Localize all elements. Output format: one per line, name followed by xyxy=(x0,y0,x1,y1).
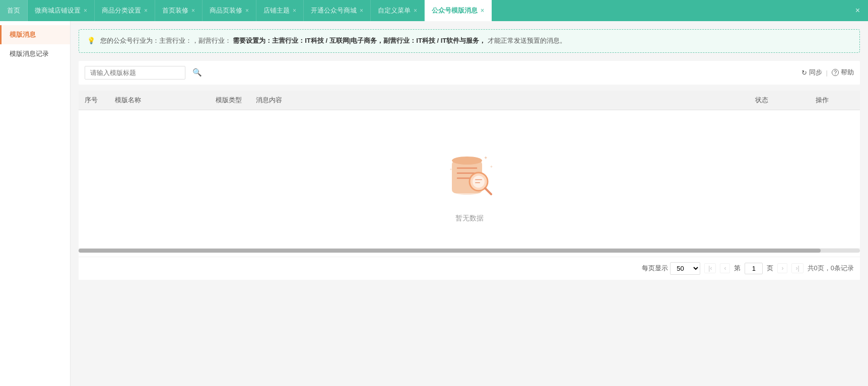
sync-button[interactable]: ↻ 同步 xyxy=(802,68,822,77)
next-page-button[interactable]: › xyxy=(777,263,787,273)
nav-tab-product-deco[interactable]: 商品页装修 × xyxy=(203,0,256,21)
svg-point-7 xyxy=(473,176,485,188)
col-header-status: 状态 xyxy=(749,91,810,110)
nav-tab-template-msg-label: 公众号模版消息 xyxy=(432,6,478,15)
nav-tab-micro-shop[interactable]: 微商城店铺设置 × xyxy=(28,0,95,21)
nav-tab-shop-theme[interactable]: 店铺主题 × xyxy=(256,0,304,21)
nav-tab-custom-menu-label: 自定义菜单 xyxy=(378,6,411,15)
nav-tab-home-label: 首页 xyxy=(7,6,20,15)
divider: | xyxy=(826,69,828,76)
col-header-seq: 序号 xyxy=(79,91,109,110)
notice-icon: 💡 xyxy=(87,37,95,44)
sync-icon: ↻ xyxy=(802,69,807,76)
nav-tab-shop-theme-label: 店铺主题 xyxy=(263,6,290,15)
notice-highlight: 需要设置为：主营行业：IT科技 / 互联网|电子商务，副营行业：IT科技 / I… xyxy=(233,37,486,44)
main-layout: 模版消息 模版消息记录 💡 您的公众号行业为：主营行业：，副营行业： 需要设置为… xyxy=(0,21,868,386)
nav-tab-product-deco-label: 商品页装修 xyxy=(210,6,242,15)
empty-illustration: ✦ ✦ ✦ xyxy=(439,145,500,206)
help-circle-icon: ? xyxy=(832,69,839,76)
last-page-button[interactable]: ›| xyxy=(791,263,803,273)
search-icon: 🔍 xyxy=(192,68,202,76)
help-label: 帮助 xyxy=(841,68,854,77)
nav-tab-micro-shop-label: 微商城店铺设置 xyxy=(35,6,81,15)
sidebar-item-template-label: 模版消息 xyxy=(10,31,36,38)
notice-box: 💡 您的公众号行业为：主营行业：，副营行业： 需要设置为：主营行业：IT科技 /… xyxy=(79,29,860,53)
svg-text:✦: ✦ xyxy=(490,165,493,169)
nav-tab-home[interactable]: 首页 xyxy=(0,0,28,21)
sidebar-item-template[interactable]: 模版消息 xyxy=(0,25,70,44)
total-info: 共0页，0条记录 xyxy=(808,264,854,273)
nav-tab-home-deco-label: 首页装修 xyxy=(162,6,188,15)
data-table: 序号 模版名称 模版类型 消息内容 状态 xyxy=(79,91,860,249)
close-category-icon[interactable]: × xyxy=(144,7,148,14)
table-container: 序号 模版名称 模版类型 消息内容 状态 xyxy=(79,91,860,280)
close-template-msg-icon[interactable]: × xyxy=(481,7,484,14)
search-bar: 🔍 ↻ 同步 | ? 帮助 xyxy=(79,61,860,85)
nav-tab-custom-menu[interactable]: 自定义菜单 × xyxy=(371,0,425,21)
col-header-content: 消息内容 xyxy=(250,91,749,110)
content-area: 💡 您的公众号行业为：主营行业：，副营行业： 需要设置为：主营行业：IT科技 /… xyxy=(71,21,868,386)
empty-state-cell: ✦ ✦ ✦ 暂无数据 xyxy=(79,110,860,248)
nav-tab-open-mall-label: 开通公众号商城 xyxy=(311,6,357,15)
sidebar-item-template-record[interactable]: 模版消息记录 xyxy=(0,44,70,63)
empty-text: 暂无数据 xyxy=(85,214,854,223)
nav-tab-category-label: 商品分类设置 xyxy=(102,6,141,15)
col-header-type: 模版类型 xyxy=(210,91,250,110)
nav-tab-open-mall[interactable]: 开通公众号商城 × xyxy=(304,0,371,21)
table-header-row: 序号 模版名称 模版类型 消息内容 状态 xyxy=(79,91,860,110)
close-product-deco-icon[interactable]: × xyxy=(245,7,249,14)
prev-page-button[interactable]: ‹ xyxy=(720,263,730,273)
search-input[interactable] xyxy=(85,66,185,80)
search-right: ↻ 同步 | ? 帮助 xyxy=(802,68,854,77)
sync-label: 同步 xyxy=(809,68,822,77)
close-open-mall-icon[interactable]: × xyxy=(360,7,363,14)
svg-point-2 xyxy=(452,157,482,165)
close-home-deco-icon[interactable]: × xyxy=(191,7,195,14)
col-header-name: 模版名称 xyxy=(109,91,210,110)
per-page-select[interactable]: 50 20 100 xyxy=(670,262,700,275)
svg-text:✦: ✦ xyxy=(484,155,488,161)
pagination: 每页显示 50 20 100 |‹ ‹ 第 页 › ›| 共0页，0条记录 xyxy=(79,257,860,280)
top-nav: 首页 微商城店铺设置 × 商品分类设置 × 首页装修 × 商品页装修 × 店铺主… xyxy=(0,0,868,21)
svg-text:✦: ✦ xyxy=(449,168,452,171)
page-size-section: 每页显示 50 20 100 xyxy=(642,262,700,275)
empty-state-row: ✦ ✦ ✦ 暂无数据 xyxy=(79,110,860,248)
nav-tab-home-deco[interactable]: 首页装修 × xyxy=(155,0,203,21)
nav-tab-template-msg[interactable]: 公众号模版消息 × xyxy=(425,0,492,21)
scroll-thumb[interactable] xyxy=(79,249,821,253)
per-page-label: 每页显示 xyxy=(642,264,668,273)
help-button[interactable]: ? 帮助 xyxy=(832,68,854,77)
close-shop-theme-icon[interactable]: × xyxy=(293,7,296,14)
global-close-button[interactable]: × xyxy=(847,6,868,15)
page-number-input[interactable] xyxy=(745,263,763,274)
page-label-prefix: 第 xyxy=(734,264,741,273)
close-custom-menu-icon[interactable]: × xyxy=(414,7,417,14)
horizontal-scrollbar[interactable] xyxy=(79,249,860,253)
empty-state: ✦ ✦ ✦ 暂无数据 xyxy=(85,115,854,243)
sidebar-item-template-record-label: 模版消息记录 xyxy=(10,50,49,57)
search-button[interactable]: 🔍 xyxy=(189,66,205,79)
close-micro-shop-icon[interactable]: × xyxy=(84,7,87,14)
search-left: 🔍 xyxy=(85,66,205,80)
svg-line-8 xyxy=(485,188,491,194)
nav-tab-category[interactable]: 商品分类设置 × xyxy=(95,0,155,21)
sidebar: 模版消息 模版消息记录 xyxy=(0,21,71,386)
first-page-button[interactable]: |‹ xyxy=(704,263,716,273)
notice-prefix: 您的公众号行业为：主营行业：，副营行业： xyxy=(100,37,231,44)
notice-suffix: 才能正常发送预置的消息。 xyxy=(488,37,566,44)
page-label-suffix: 页 xyxy=(767,264,773,273)
col-header-action: 操作 xyxy=(810,91,860,110)
